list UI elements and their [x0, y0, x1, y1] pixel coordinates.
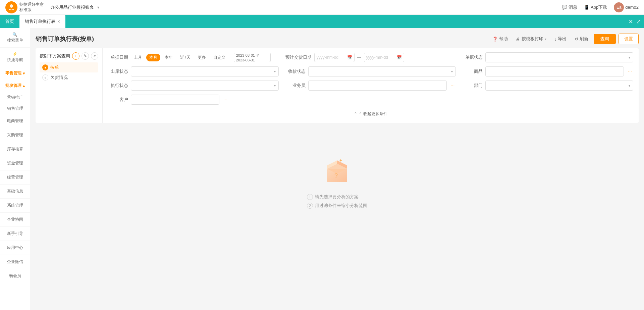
page-container: 销售订单执行表(按单) ❓ 帮助 🖨 按模板打印 ▾ ↓ 导出 ↺ 刷新 [30, 28, 644, 241]
sidebar-item-basics[interactable]: 基础信息 [0, 185, 30, 199]
salesperson-input[interactable] [308, 81, 447, 91]
date-tab-custom[interactable]: 自定义 [210, 54, 228, 61]
print-btn[interactable]: 🖨 按模板打印 ▾ [513, 35, 549, 43]
filter-field-goods: 商品 ··· [463, 66, 633, 76]
dept-label: 部门 [463, 83, 483, 89]
sidebar-item-apps[interactable]: 应用中心 [0, 241, 30, 255]
tab-close-window-icon[interactable]: ✕ [629, 18, 633, 25]
dept-select[interactable]: ▾ [485, 81, 633, 91]
scheme-add-btn[interactable]: + [72, 52, 79, 60]
exec-status-label: 执行状态 [108, 83, 128, 89]
sidebar-item-enterprise[interactable]: 企业协同 [0, 213, 30, 227]
export-btn[interactable]: ↓ 导出 [552, 35, 570, 43]
sidebar-item-ecommerce[interactable]: 电商管理 [0, 114, 30, 128]
print-icon: 🖨 [516, 37, 520, 42]
chevron-down-icon: ▾ [23, 71, 25, 76]
sidebar-item-purchase[interactable]: 采购管理 [0, 128, 30, 142]
sidebar-item-quick-nav[interactable]: ⚡ 快捷导航 [0, 48, 30, 67]
export-icon: ↓ [554, 37, 557, 42]
help-btn[interactable]: ❓ 帮助 [490, 35, 511, 43]
sidebar: 🔍 搜索菜单 ⚡ 快捷导航 零售管理 ▾ 批发管理 ▴ 营销推广 销售管理 电商… [0, 28, 30, 310]
status-select-arrow: ▾ [629, 56, 630, 59]
goods-more-icon[interactable]: ··· [627, 69, 633, 74]
expected-date-start[interactable]: yyyy-mm-dd 📅 [314, 53, 355, 62]
scheme-edit-btn[interactable]: ✎ [82, 52, 89, 60]
sidebar-group-retail[interactable]: 零售管理 ▾ [0, 67, 30, 80]
delivery-status-select[interactable]: ▾ [131, 66, 279, 76]
filter-field-customer: 客户 ··· [108, 95, 229, 105]
filter-row-2: 出库状态 ▾ 收款状态 ▾ 商品 [108, 66, 633, 76]
refresh-btn[interactable]: ↺ 刷新 [572, 35, 591, 43]
filter-field-collection-status: 收款状态 ▾ [285, 66, 456, 76]
calendar-icon-1: 📅 [347, 55, 352, 60]
sidebar-item-wechat[interactable]: 企业微信 [0, 255, 30, 269]
sidebar-item-inventory[interactable]: 库存核算 [0, 142, 30, 156]
system-title: 办公用品行业模拟账套 [50, 4, 94, 10]
salesperson-more-icon[interactable]: ··· [449, 83, 456, 88]
collapse-more-btn[interactable]: ⌃ ⌃ 收起更多条件 [108, 109, 633, 119]
filter-row-3: 执行状态 ▾ 业务员 ··· 部门 [108, 81, 633, 91]
sidebar-item-newbie[interactable]: 新手引导 [0, 227, 30, 241]
tab-home[interactable]: 首页 [0, 15, 19, 28]
scheme-item-by-order[interactable]: ● 按单 [40, 62, 98, 72]
date-tab-this-year[interactable]: 本年 [162, 54, 176, 61]
empty-tips: 1 请先选择要分析的方案 2 用过滤条件来缩小分析范围 [307, 194, 367, 209]
expected-date-label: 预计交货日期 [285, 54, 312, 60]
svg-text:?: ? [334, 172, 338, 179]
sidebar-item-operations[interactable]: 经营管理 [0, 170, 30, 185]
query-button[interactable]: 查询 [594, 34, 616, 44]
user-profile[interactable]: Ea demo2 [614, 2, 639, 12]
filter-field-dept: 部门 ▾ [463, 81, 633, 91]
goods-label: 商品 [463, 68, 483, 74]
filter-field-exec-status: 执行状态 ▾ [108, 81, 279, 91]
sidebar-item-member[interactable]: 畅会员 [0, 269, 30, 283]
scheme-collapse-btn[interactable]: « [91, 52, 98, 60]
sidebar-item-finance[interactable]: 资金管理 [0, 156, 30, 170]
sidebar-item-marketing[interactable]: 营销推广 [0, 92, 30, 103]
tip-num-1: 1 [307, 194, 313, 200]
sidebar-item-system[interactable]: 系统管理 [0, 199, 30, 213]
tab-close-icon[interactable]: × [57, 19, 60, 24]
sidebar-item-search[interactable]: 🔍 搜索菜单 [0, 28, 30, 48]
collapse-icon: « [94, 54, 96, 58]
exec-status-arrow: ▾ [274, 84, 276, 88]
date-separator: — [357, 55, 361, 60]
chevron-up-icon: ▴ [23, 84, 25, 88]
status-select[interactable]: ▾ [485, 52, 633, 62]
collection-status-label: 收款状态 [285, 68, 306, 74]
collapse-arrow-icon: ⌃ ⌃ [354, 112, 362, 116]
settings-button[interactable]: 设置 [619, 34, 639, 44]
sidebar-group-wholesale[interactable]: 批发管理 ▴ [0, 80, 30, 92]
svg-text:·: · [329, 164, 330, 168]
svg-text:✦: ✦ [339, 158, 343, 163]
system-dropdown-arrow[interactable]: ▾ [97, 5, 99, 10]
scheme-item-shortage[interactable]: ○ 欠货情况 [40, 72, 98, 83]
date-tab-7days[interactable]: 近7天 [177, 54, 194, 61]
delivery-status-label: 出库状态 [108, 68, 128, 74]
expected-date-end[interactable]: yyyy-mm-dd 📅 [364, 53, 404, 62]
filter-field-expected-date: 预计交货日期 yyyy-mm-dd 📅 — yyyy-mm-dd 📅 [285, 53, 456, 62]
tab-maximize-icon[interactable]: ⤢ [636, 18, 641, 25]
collection-status-select[interactable]: ▾ [308, 66, 456, 76]
date-tab-more[interactable]: 更多 [195, 54, 209, 61]
date-range-group: 2023-03-01 至 2023-03-31 [234, 53, 271, 62]
customer-more-icon[interactable]: ··· [222, 97, 229, 102]
add-icon: + [74, 54, 77, 58]
tab-active[interactable]: 销售订单执行表 × [19, 15, 65, 28]
exec-status-select[interactable]: ▾ [131, 81, 279, 91]
date-range-start-display: 2023-03-01 至 2023-03-31 [234, 53, 271, 62]
scheme-actions: + ✎ « [72, 52, 98, 60]
app-download-action[interactable]: 📱 App下载 [584, 4, 607, 10]
date-tab-this-month[interactable]: 本月 [146, 54, 160, 61]
message-action[interactable]: 💬 消息 [562, 4, 577, 10]
goods-input[interactable] [485, 66, 624, 76]
sidebar-item-sales[interactable]: 销售管理 [0, 103, 30, 114]
filter-field-status: 单据状态 ▾ [463, 52, 633, 62]
page-title: 销售订单执行表(按单) [36, 35, 94, 43]
refresh-icon: ↺ [575, 37, 578, 42]
date-tab-prev-month[interactable]: 上月 [131, 54, 145, 61]
customer-input[interactable] [131, 95, 219, 105]
logo-area: 畅捷通好生意 标准版 [5, 1, 44, 13]
tip-num-2: 2 [307, 203, 313, 209]
scheme-inactive-icon: ○ [42, 74, 48, 81]
